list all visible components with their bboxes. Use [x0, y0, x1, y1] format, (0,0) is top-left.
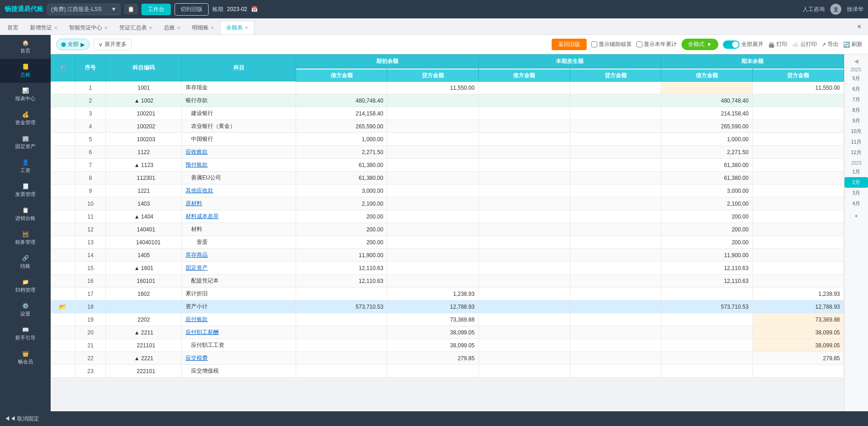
month-2-active[interactable]: 2月: [845, 177, 868, 188]
switch-version-btn[interactable]: 切到旧版: [175, 3, 209, 16]
row-settings-btn[interactable]: [51, 326, 76, 339]
show-aux-calc-label[interactable]: 显示辅助核算: [591, 40, 632, 48]
row-settings-btn[interactable]: [51, 81, 76, 94]
row-settings-btn[interactable]: [51, 172, 76, 184]
row-settings-btn[interactable]: [51, 120, 76, 133]
month-4[interactable]: 4月: [845, 198, 868, 209]
tab-add-voucher[interactable]: 新增凭证✕: [24, 21, 63, 35]
return-old-btn[interactable]: 返回旧版: [552, 39, 587, 50]
row-settings-btn[interactable]: [51, 262, 76, 275]
show-ytd-label[interactable]: 显示本年累计: [636, 40, 677, 48]
row-name[interactable]: 材料成本差异: [182, 210, 296, 223]
month-10[interactable]: 10月: [845, 126, 868, 137]
row-settings-btn[interactable]: [51, 133, 76, 146]
expand-all-toggle[interactable]: 全部展开: [723, 40, 763, 49]
row-settings-btn[interactable]: [51, 107, 76, 120]
month-3[interactable]: 3月: [845, 188, 868, 198]
month-5[interactable]: 5月: [845, 73, 868, 84]
row-settings-btn[interactable]: [51, 223, 76, 236]
company-selector[interactable]: (免费) 江西股圣-LSS ▼: [47, 4, 121, 15]
tab-detail-ledger[interactable]: 明细账✕: [186, 21, 220, 35]
tab-smart-voucher[interactable]: 智能凭证中心✕: [64, 21, 113, 35]
row-settings-btn[interactable]: [51, 339, 76, 352]
show-ytd-check[interactable]: [636, 41, 642, 47]
tab-home[interactable]: 首页: [2, 21, 24, 35]
row-settings-btn[interactable]: [51, 288, 76, 300]
consult-btn[interactable]: 人工咨询: [803, 6, 825, 13]
right-panel-expand-dot[interactable]: ●: [853, 211, 860, 221]
sidebar-item-member[interactable]: 👑 畅会员: [0, 346, 51, 370]
row-name[interactable]: 预付账款: [182, 159, 296, 172]
close-icon-5[interactable]: ✕: [210, 25, 214, 30]
row-settings-btn[interactable]: [51, 352, 76, 365]
sidebar-item-settle[interactable]: 🔗 结账: [0, 250, 51, 274]
row-settings-btn[interactable]: 📂: [51, 300, 76, 313]
unfix-btn[interactable]: ◀◀ 取消固定: [5, 415, 39, 423]
sidebar-item-invoice[interactable]: 🧾 发票管理: [0, 178, 51, 202]
row-settings-btn[interactable]: [51, 249, 76, 262]
row-name[interactable]: 应交税费: [182, 352, 296, 365]
row-settings-btn[interactable]: [51, 184, 76, 197]
sidebar-item-home[interactable]: 🏠 首页: [0, 35, 51, 59]
row-name[interactable]: 应收账款: [182, 146, 296, 159]
expand-more-btn[interactable]: ∨ 展开更多: [93, 39, 132, 50]
row-name[interactable]: 应付职工薪酬: [182, 326, 296, 339]
copy-btn[interactable]: 📋: [124, 4, 138, 14]
sidebar-item-ledger[interactable]: 📒 总账: [0, 59, 51, 83]
cloud-print-btn[interactable]: ☁️ 云打印: [792, 40, 817, 48]
filter-all-btn[interactable]: 全部 ▶: [56, 39, 90, 50]
tab-voucher-summary[interactable]: 凭证汇总表✕: [114, 21, 158, 35]
month-8[interactable]: 8月: [845, 105, 868, 115]
row-settings-btn[interactable]: [51, 210, 76, 223]
toggle-switch[interactable]: [723, 40, 740, 49]
row-settings-btn[interactable]: [51, 365, 76, 378]
full-format-btn[interactable]: 全额式 ▼: [682, 39, 718, 50]
month-12[interactable]: 12月: [845, 147, 868, 158]
close-icon-2[interactable]: ✕: [104, 25, 108, 30]
close-icon-1[interactable]: ✕: [54, 25, 58, 30]
th-settings[interactable]: ⚙️: [51, 55, 76, 81]
sidebar-item-guide[interactable]: 📖 新手引导: [0, 322, 51, 346]
sidebar-item-archive[interactable]: 📁 归档管理: [0, 274, 51, 298]
export-btn[interactable]: ↗ 导出: [821, 40, 839, 48]
row-name[interactable]: 应付账款: [182, 313, 296, 326]
right-panel-expand-btn[interactable]: ◀: [852, 56, 860, 66]
close-icon-4[interactable]: ✕: [177, 25, 181, 30]
row-name[interactable]: 库存商品: [182, 249, 296, 262]
refresh-btn[interactable]: 🔄 刷新: [843, 40, 862, 48]
tab-general-ledger[interactable]: 总账✕: [158, 21, 186, 35]
row-settings-btn[interactable]: [51, 94, 76, 107]
month-11[interactable]: 11月: [845, 137, 868, 147]
row-settings-btn[interactable]: [51, 159, 76, 172]
row-settings-btn[interactable]: [51, 146, 76, 159]
calendar-icon[interactable]: 📅: [251, 6, 258, 12]
sidebar-item-payroll[interactable]: 👤 工资: [0, 155, 51, 178]
row-name[interactable]: 原材料: [182, 197, 296, 210]
row-settings-btn[interactable]: [51, 313, 76, 326]
sidebar-item-assets[interactable]: 🏢 固定资产: [0, 131, 51, 155]
table-row: 20▲ 2211应付职工薪酬38,099.0538,099.05: [51, 326, 844, 339]
row-settings-btn[interactable]: [51, 197, 76, 210]
settings-icon: ⚙️: [22, 303, 29, 309]
row-settings-btn[interactable]: [51, 275, 76, 288]
tab-balance-sheet[interactable]: 余额表✕: [220, 21, 254, 35]
row-debit-start: 200.00: [296, 210, 387, 223]
row-name[interactable]: 其他应收款: [182, 184, 296, 197]
month-7[interactable]: 7月: [845, 94, 868, 105]
sidebar-item-tax[interactable]: 🧮 税务管理: [0, 226, 51, 250]
sidebar-item-capital[interactable]: 💰 资金管理: [0, 107, 51, 131]
close-all-btn[interactable]: ✕: [852, 21, 866, 33]
show-aux-calc-check[interactable]: [591, 41, 597, 47]
month-6[interactable]: 6月: [845, 84, 868, 94]
close-icon-6[interactable]: ✕: [245, 25, 248, 30]
row-name[interactable]: 固定资产: [182, 262, 296, 275]
close-icon-3[interactable]: ✕: [149, 25, 152, 30]
month-9[interactable]: 9月: [845, 115, 868, 126]
sidebar-item-reports[interactable]: 📊 报表中心: [0, 83, 51, 107]
row-settings-btn[interactable]: [51, 236, 76, 249]
month-1[interactable]: 1月: [845, 167, 868, 177]
workbench-btn[interactable]: 工作台: [141, 4, 171, 15]
print-btn[interactable]: 🖨️ 打印: [768, 40, 787, 48]
sidebar-item-purchase[interactable]: 📋 进销台账: [0, 202, 51, 226]
sidebar-item-settings[interactable]: ⚙️ 设置: [0, 298, 51, 322]
